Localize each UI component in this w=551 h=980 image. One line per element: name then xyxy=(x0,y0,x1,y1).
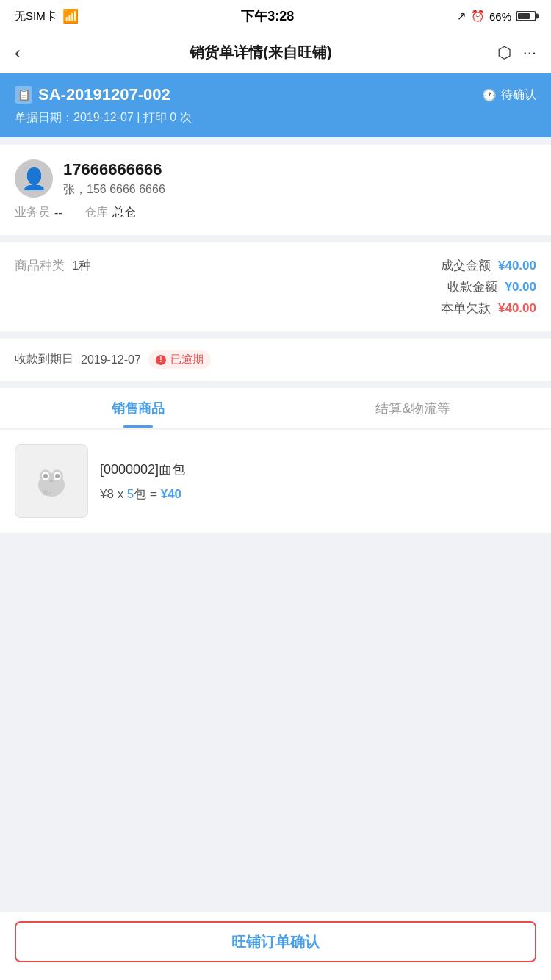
overdue-badge: ! 已逾期 xyxy=(148,350,211,369)
due-label: 收款到期日 xyxy=(15,352,73,367)
empty-area xyxy=(0,533,551,680)
order-date: 单据日期：2019-12-07 | 打印 0 次 xyxy=(15,110,536,126)
svg-text:野+: 野+ xyxy=(43,490,52,497)
order-header-top: 📋 SA-20191207-002 🕐 待确认 xyxy=(15,85,536,104)
unit-text: 包 xyxy=(134,487,146,501)
product-price-formula: ¥8 x 5包 = ¥40 xyxy=(100,486,536,502)
tab-sales-products[interactable]: 销售商品 xyxy=(0,388,276,428)
wifi-icon: 📶 xyxy=(62,8,79,24)
tab-settlement[interactable]: 结算&物流等 xyxy=(276,388,551,428)
location-icon: ↗ xyxy=(457,10,467,23)
received-value: ¥0.00 xyxy=(505,280,536,295)
battery-text: 66% xyxy=(489,10,511,23)
equals-sign: = xyxy=(146,487,160,501)
order-id: 📋 SA-20191207-002 xyxy=(15,85,170,104)
total-price: ¥40 xyxy=(161,487,181,501)
staff-label: 业务员 xyxy=(15,205,50,220)
status-left: 无SIM卡 📶 xyxy=(15,8,79,24)
due-date-value: 2019-12-07 xyxy=(81,353,141,367)
product-card: 野+ [0000002]面包 ¥8 x 5包 = ¥40 xyxy=(0,430,551,533)
time-display: 下午3:28 xyxy=(241,7,294,25)
staff-value: -- xyxy=(54,206,62,220)
order-status: 🕐 待确认 xyxy=(482,87,536,103)
quantity-value: 5 xyxy=(127,487,134,501)
svg-point-6 xyxy=(55,474,60,478)
warehouse-label: 仓库 xyxy=(84,205,108,220)
customer-sub-info: 张，156 6666 6666 xyxy=(63,182,165,198)
status-right: ↗ ⏰ 66% xyxy=(457,10,536,23)
alarm-icon: ⏰ xyxy=(471,10,485,23)
price-base: ¥8 x xyxy=(100,487,127,501)
product-thumbnail: 野+ xyxy=(15,444,88,518)
warehouse-value: 总仓 xyxy=(112,205,136,220)
owed-value: ¥40.00 xyxy=(498,301,536,316)
bottom-action-bar: 旺铺订单确认 xyxy=(0,912,551,980)
page-title: 销货单详情(来自旺铺) xyxy=(44,43,478,62)
carrier-text: 无SIM卡 xyxy=(15,10,57,24)
svg-point-5 xyxy=(43,474,48,478)
transaction-value: ¥40.00 xyxy=(498,259,536,273)
more-icon[interactable]: ··· xyxy=(523,43,536,62)
owed-row: 本单欠款 ¥40.00 xyxy=(441,300,536,317)
product-name: [0000002]面包 xyxy=(100,461,536,478)
owed-label: 本单欠款 xyxy=(441,300,491,317)
staff-warehouse-row: 业务员 -- 仓库 总仓 xyxy=(15,205,536,220)
overdue-text: 已逾期 xyxy=(170,353,204,367)
product-info: [0000002]面包 ¥8 x 5包 = ¥40 xyxy=(100,461,536,502)
staff-item: 业务员 -- xyxy=(15,205,62,220)
received-label: 收款金额 xyxy=(447,278,497,295)
back-button[interactable]: ‹ xyxy=(15,43,44,63)
product-type-section: 商品种类 1种 xyxy=(15,257,91,274)
summary-card: 商品种类 1种 成交金额 ¥40.00 收款金额 ¥0.00 本单欠款 ¥40.… xyxy=(0,242,551,331)
order-header-card: 📋 SA-20191207-002 🕐 待确认 单据日期：2019-12-07 … xyxy=(0,73,551,137)
status-bar: 无SIM卡 📶 下午3:28 ↗ ⏰ 66% xyxy=(0,0,551,32)
share-icon[interactable]: ⬡ xyxy=(497,43,511,62)
received-row: 收款金额 ¥0.00 xyxy=(447,278,536,295)
clock-icon: 🕐 xyxy=(482,88,497,102)
customer-avatar: 👤 xyxy=(15,159,53,198)
customer-row: 👤 17666666666 张，156 6666 6666 xyxy=(15,159,536,198)
nav-actions: ⬡ ··· xyxy=(478,43,536,62)
tab-bar: 销售商品 结算&物流等 xyxy=(0,388,551,428)
warehouse-item: 仓库 总仓 xyxy=(84,205,136,220)
transaction-row: 成交金额 ¥40.00 xyxy=(441,257,536,274)
order-doc-icon: 📋 xyxy=(15,86,32,104)
transaction-label: 成交金额 xyxy=(441,257,491,274)
product-placeholder-icon: 野+ xyxy=(29,457,73,506)
type-value: 1种 xyxy=(72,257,91,274)
navigation-bar: ‹ 销货单详情(来自旺铺) ⬡ ··· xyxy=(0,32,551,73)
confirm-order-button[interactable]: 旺铺订单确认 xyxy=(15,921,536,962)
customer-phone: 17666666666 xyxy=(63,160,165,179)
avatar-icon: 👤 xyxy=(21,167,47,191)
due-date-card: 收款到期日 2019-12-07 ! 已逾期 xyxy=(0,339,551,381)
customer-info-card: 👤 17666666666 张，156 6666 6666 业务员 -- 仓库 … xyxy=(0,145,551,235)
battery-icon xyxy=(516,11,536,21)
overdue-dot-icon: ! xyxy=(156,355,166,365)
amounts-section: 成交金额 ¥40.00 收款金额 ¥0.00 本单欠款 ¥40.00 xyxy=(441,257,536,317)
type-label: 商品种类 xyxy=(15,257,65,274)
customer-details: 17666666666 张，156 6666 6666 xyxy=(63,160,165,198)
